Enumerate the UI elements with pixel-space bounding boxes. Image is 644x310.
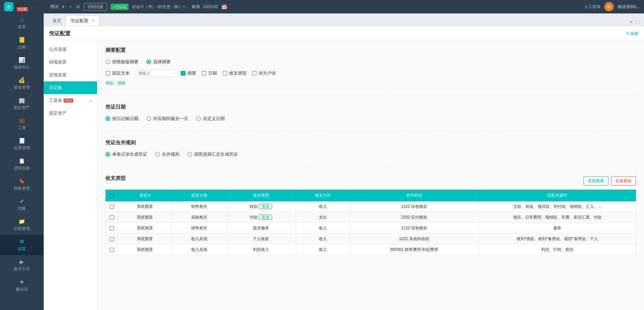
close-tab-icon[interactable]: × xyxy=(92,18,94,23)
sidebar-item-settle[interactable]: ✔ 结账 xyxy=(0,195,44,215)
summary-section: 摘要配置 按模板版摘要 选择摘要 xyxy=(105,47,636,86)
row-direction: 收入 xyxy=(296,244,350,255)
certified-badge: ✓已认证 xyxy=(111,4,129,10)
consult-btn[interactable]: 人工咨询 xyxy=(584,4,600,10)
sidebar-item-archive[interactable]: 📁 归档管理 xyxy=(0,215,44,235)
checkbox-date[interactable]: 日期 xyxy=(202,70,217,76)
fixed-text-input[interactable] xyxy=(135,70,175,77)
top-bar: 会 畅捷通好会计 专业版 测试 ▾ ＋ ⚙ 切到旧版 ✓已认证 好会计（专）+好… xyxy=(0,0,644,13)
main-layout: ⌂ 首页 📒 总账 📊 报表中心 💰 资金管理 🏢 固定资产 💼 工资 🧾 发票… xyxy=(0,13,644,310)
sidebar-label-fund: 资金管理 xyxy=(14,85,30,90)
sidebar-item-member[interactable]: ★ 畅会员 xyxy=(0,275,44,296)
sidebar-item-home[interactable]: ⌂ 首页 xyxy=(0,13,44,33)
sidebar-item-tax[interactable]: 🔖 税务管理 xyxy=(0,175,44,195)
sidebar-item-invoice[interactable]: 🧾 发票管理 xyxy=(0,134,44,154)
leftnav-journal[interactable]: 日记账 xyxy=(44,81,97,94)
checkbox-type[interactable]: 收支类型 xyxy=(222,70,247,76)
radio-summary-generate-label: 按照选择汇总生成凭证 xyxy=(194,151,238,157)
checkbox-type-label: 收支类型 xyxy=(229,70,247,76)
row-check-2[interactable] xyxy=(110,226,114,231)
radio-journal-date-label: 按日记账日期 xyxy=(112,116,138,122)
radio-journal-date-circle xyxy=(105,116,110,121)
content-area: 首页 凭证配置 × ✕ ⛶ 凭证配置 ↻ 刷新 公共选项 销项发 xyxy=(44,13,644,310)
row-check-3[interactable] xyxy=(110,237,114,241)
row-account: 1221 其他应收款 xyxy=(350,234,479,244)
row-account: 1122 应收账款 xyxy=(350,223,479,234)
software-info: 好会计（专）+好生意（标）+... xyxy=(132,4,188,10)
radio-single[interactable]: 单条记录生成凭证 xyxy=(105,151,147,157)
row-main-type: 采购相关 xyxy=(172,212,226,223)
col-keywords: 匹配关键字 xyxy=(479,190,636,201)
leftnav-public[interactable]: 公共选项 xyxy=(44,43,97,56)
refresh-btn[interactable]: ↻ 刷新 xyxy=(626,31,639,37)
radio-select-label: 选择摘要 xyxy=(153,59,171,65)
sidebar-item-ledger[interactable]: 📒 总账 xyxy=(0,33,44,53)
row-main-type: 收入其他 xyxy=(172,234,226,244)
close-window-icon[interactable]: ✕ xyxy=(629,20,633,25)
radio-journal-date[interactable]: 按日记账日期 xyxy=(105,116,138,122)
leftnav-fixed-asset[interactable]: 固定资产 xyxy=(44,107,97,120)
checkbox-fixed-text-label: 固定文本 xyxy=(112,70,130,76)
sidebar-item-fund[interactable]: 💰 资金管理 xyxy=(0,74,44,94)
checkbox-counterparty[interactable]: 对方户名 xyxy=(252,70,276,76)
maximize-icon[interactable]: ⛶ xyxy=(636,20,640,25)
row-checkbox[interactable] xyxy=(106,244,118,255)
row-checkbox[interactable] xyxy=(106,201,118,212)
checkbox-summary-label: 摘要 xyxy=(187,70,196,76)
col-category: 类别 ▾ xyxy=(118,190,172,201)
sidebar-label-member: 畅会员 xyxy=(16,286,28,292)
brand-icon: 会 xyxy=(4,2,13,11)
table-row: 系统预置 销售相关 收款 置顶 收入 1122 应收账款 欠款、现金、项目款、到… xyxy=(106,201,636,212)
leftnav-purchase-invoice[interactable]: 进项发票 xyxy=(44,69,97,81)
leftnav-salary-table[interactable]: 工资表 NEW › xyxy=(44,94,97,107)
income-expense-section: 收支类型 更新数量 批量删除 ✓ xyxy=(105,175,636,255)
radio-template[interactable]: 按模板版摘要 xyxy=(105,59,138,65)
switch-version-btn[interactable]: 切到旧版 xyxy=(84,3,107,11)
salary-icon: 💼 xyxy=(18,117,25,124)
asset-icon: 🏢 xyxy=(18,97,25,104)
row-account: 1122 应收账款 xyxy=(350,201,479,212)
radio-period-last[interactable]: 对应期间最后一天 xyxy=(146,116,188,122)
page-title: 凭证配置 xyxy=(49,30,71,37)
user-avatar: 畅 xyxy=(604,2,614,11)
fund-icon: 💰 xyxy=(18,77,25,83)
radio-summary-generate[interactable]: 按照选择汇总生成凭证 xyxy=(187,151,238,157)
row-checkbox[interactable] xyxy=(106,234,118,244)
sidebar-item-purchase[interactable]: 📋 进销台账 xyxy=(0,154,44,175)
row-category: 系统预置 xyxy=(118,201,172,212)
header-checkbox[interactable]: ✓ xyxy=(110,193,114,198)
sidebar-item-guide[interactable]: ▶ 新手引导 xyxy=(0,255,44,275)
table-row: 系统预置 收入其他 个人收款 收入 1221 其他应收款 收到*借款、收到*备用… xyxy=(106,234,636,244)
row-checkbox[interactable] xyxy=(106,212,118,223)
radio-custom-date[interactable]: 自定义日期 xyxy=(196,116,225,122)
settings-icon[interactable]: ⚙ xyxy=(76,4,80,9)
new-badge: NEW xyxy=(63,99,73,103)
row-category: 系统预置 xyxy=(118,244,172,255)
dropdown-icon[interactable]: ▾ xyxy=(62,4,65,9)
radio-merge[interactable]: 合并规则 xyxy=(155,151,179,157)
left-nav: 公共选项 销项发票 进项发票 日记账 工资表 NEW › 固定资产 xyxy=(44,40,97,310)
sidebar-item-report[interactable]: 📊 报表中心 xyxy=(0,53,44,74)
radio-select[interactable]: 选择摘要 xyxy=(146,59,171,65)
row-keywords: 欠款、现金、项目款、到付款、报销款、汇入、... xyxy=(479,201,636,212)
update-btn[interactable]: 更新数量 xyxy=(584,177,608,186)
page-content: 凭证配置 ↻ 刷新 公共选项 销项发票 进项发票 日记账 工资表 NEW › 固… xyxy=(44,26,644,310)
leftnav-sales-invoice[interactable]: 销项发票 xyxy=(44,56,97,69)
checkbox-summary[interactable]: ✓ 摘要 xyxy=(181,70,196,76)
sidebar-item-settings[interactable]: ⚙ 设置 xyxy=(0,235,44,255)
sidebar-item-salary[interactable]: 💼 工资 xyxy=(0,114,44,134)
tab-home[interactable]: 首页 xyxy=(48,16,66,26)
calendar-icon[interactable]: 📅 xyxy=(221,4,227,9)
row-category: 系统预置 xyxy=(118,212,172,223)
row-checkbox[interactable] xyxy=(106,223,118,234)
delete-btn[interactable]: 批量删除 xyxy=(611,177,636,186)
checkbox-fixed-text[interactable]: 固定文本 xyxy=(105,70,130,76)
income-expense-title: 收支类型 xyxy=(105,175,126,182)
radio-custom-date-circle xyxy=(196,116,201,121)
add-icon[interactable]: ＋ xyxy=(68,4,73,10)
tab-voucher-config[interactable]: 凭证配置 × xyxy=(66,15,99,26)
row-check-1[interactable] xyxy=(110,215,114,220)
row-check-0[interactable] xyxy=(110,204,114,209)
row-check-4[interactable] xyxy=(110,247,114,252)
sidebar-item-asset[interactable]: 🏢 固定资产 xyxy=(0,94,44,114)
